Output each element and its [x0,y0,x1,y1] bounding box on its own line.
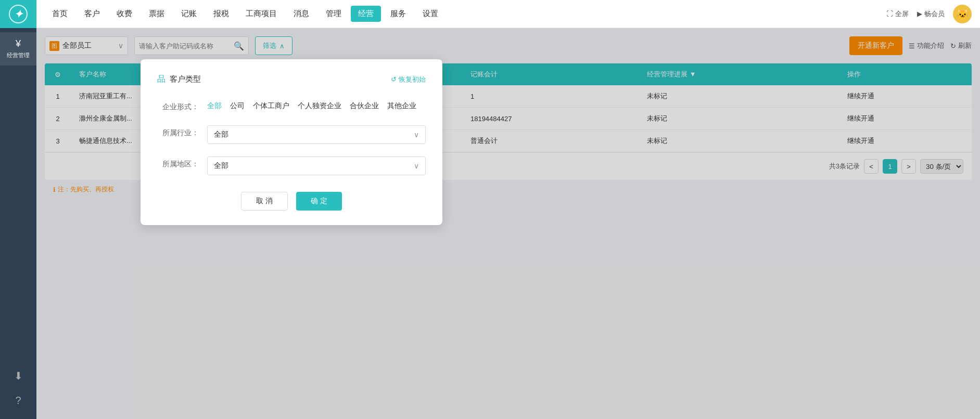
reset-label: 恢复初始 [399,75,426,84]
chevron-down-icon: ∨ [414,130,419,139]
fullscreen-icon: ⛶ [886,10,893,18]
enterprise-option-sole[interactable]: 个人独资企业 [298,99,341,113]
sidebar-bottom: ⬇ ? [10,365,27,419]
region-content: 全部 ∨ [207,156,426,175]
industry-content: 全部 ∨ [207,125,426,144]
nav-right: ⛶ 全屏 ▶ 畅会员 🐱 [886,5,972,23]
sidebar: ¥ 经营管理 ⬇ ? [0,28,36,419]
avatar[interactable]: 🐱 [953,5,972,23]
enterprise-options: 全部 公司 个体工商户 个人独资企业 合伙企业 其他企业 [207,99,426,113]
enterprise-option-partnership[interactable]: 合伙企业 [350,99,379,113]
region-value: 全部 [214,161,228,171]
enterprise-option-all[interactable]: 全部 [207,99,222,113]
enterprise-form-row: 企业形式： 全部 公司 个体工商户 个人独资企业 合伙企业 其他企业 [157,99,426,113]
sidebar-item-label: 经营管理 [7,51,30,59]
nav-item-settings[interactable]: 设置 [415,6,446,22]
nav-item-fee[interactable]: 收费 [109,6,139,22]
region-label: 所属地区： [157,156,199,169]
enterprise-option-company[interactable]: 公司 [230,99,245,113]
modal-footer: 取 消 确 定 [157,192,426,211]
nav-item-business[interactable]: 工商项目 [238,6,284,22]
play-icon: ▶ [917,10,922,18]
sidebar-item-operation[interactable]: ¥ 经营管理 [0,32,36,66]
modal-title-text: 客户类型 [170,74,201,84]
industry-form-row: 所属行业： 全部 ∨ [157,125,426,144]
layout: ¥ 经营管理 ⬇ ? 图 全部员工 ∨ 🔍 筛选 ∧ 开通新客户 [0,28,980,419]
reset-icon: ↺ [391,75,397,83]
yuan-icon: ¥ [16,38,21,49]
modal-title: 品 客户类型 [157,74,201,85]
enterprise-option-other[interactable]: 其他企业 [387,99,416,113]
nav-item-bookkeeping[interactable]: 记账 [174,6,204,22]
nav-item-bill[interactable]: 票据 [142,6,172,22]
reset-btn[interactable]: ↺ 恢复初始 [391,75,426,84]
member-label: 畅会员 [924,9,945,19]
region-select[interactable]: 全部 ∨ [207,156,426,175]
logo-icon: ✦ [9,5,28,23]
modal-title-icon: 品 [157,74,166,85]
nav-item-home[interactable]: 首页 [45,6,75,22]
main-content: 图 全部员工 ∨ 🔍 筛选 ∧ 开通新客户 ☰ 功能介绍 ↻ 刷新 [36,28,980,419]
chevron-down-icon: ∨ [414,162,419,170]
nav-item-tax[interactable]: 报税 [206,6,236,22]
top-nav: ✦ 首页 客户 收费 票据 记账 报税 工商项目 消息 管理 经营 服务 设置 … [0,0,980,28]
region-form-row: 所属地区： 全部 ∨ [157,156,426,175]
fullscreen-btn[interactable]: ⛶ 全屏 [886,9,909,19]
enterprise-label: 企业形式： [157,99,199,112]
filter-modal: 品 客户类型 ↺ 恢复初始 企业形式： 全部 公司 个 [141,59,442,225]
logo-area: ✦ [0,0,36,28]
nav-item-manage[interactable]: 管理 [319,6,349,22]
nav-items: 首页 客户 收费 票据 记账 报税 工商项目 消息 管理 经营 服务 设置 [45,6,886,22]
help-icon[interactable]: ? [11,390,25,411]
industry-value: 全部 [214,130,228,139]
nav-item-message[interactable]: 消息 [286,6,316,22]
cancel-button[interactable]: 取 消 [241,192,288,211]
industry-select[interactable]: 全部 ∨ [207,125,426,144]
industry-label: 所属行业： [157,125,199,138]
enterprise-option-group: 全部 公司 个体工商户 个人独资企业 合伙企业 其他企业 [207,99,426,113]
nav-item-service[interactable]: 服务 [383,6,413,22]
member-btn[interactable]: ▶ 畅会员 [917,9,945,19]
download-icon[interactable]: ⬇ [10,365,27,386]
enterprise-option-individual[interactable]: 个体工商户 [253,99,289,113]
nav-item-operation[interactable]: 经营 [351,6,381,22]
modal-overlay: 品 客户类型 ↺ 恢复初始 企业形式： 全部 公司 个 [36,28,980,419]
confirm-button[interactable]: 确 定 [296,192,342,211]
modal-header: 品 客户类型 ↺ 恢复初始 [157,74,426,85]
fullscreen-label: 全屏 [895,9,909,19]
nav-item-customer[interactable]: 客户 [77,6,107,22]
